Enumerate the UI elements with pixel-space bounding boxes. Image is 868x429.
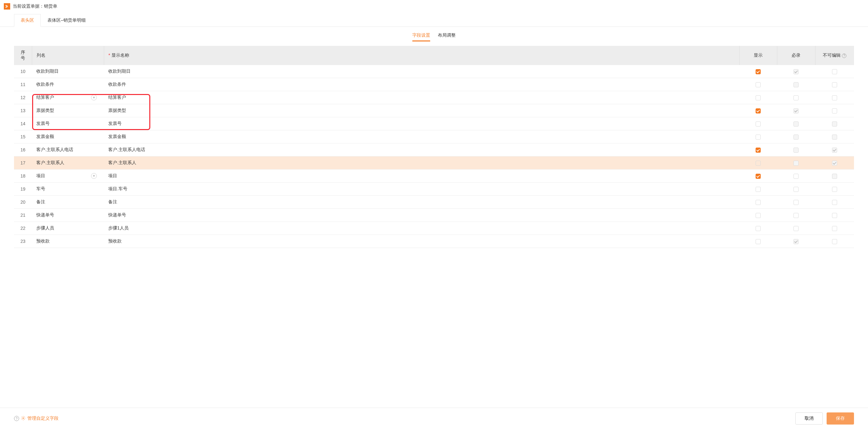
cancel-button[interactable]: 取消	[796, 412, 823, 425]
checkbox[interactable]	[832, 108, 837, 113]
checkbox[interactable]	[794, 95, 799, 101]
cell-required	[777, 170, 815, 182]
cell-seq: 13	[14, 104, 32, 117]
checkbox[interactable]	[755, 135, 761, 140]
manage-custom-fields-link[interactable]: 管理自定义字段	[27, 416, 59, 421]
add-sub-field-button[interactable]: +	[91, 173, 97, 179]
checkbox[interactable]	[832, 200, 837, 205]
col-name-text: 步骤人员	[36, 225, 54, 231]
cell-name: 收款到期日	[32, 65, 104, 78]
checkbox[interactable]	[794, 174, 799, 179]
table-row: 16客户.主联系人电话客户.主联系人电话	[14, 143, 854, 156]
checkbox[interactable]	[832, 95, 837, 101]
cell-display-name[interactable]: 预收款	[104, 235, 739, 248]
cell-required	[777, 131, 815, 143]
cell-show	[739, 91, 777, 104]
cell-display-name[interactable]: 快递单号	[104, 209, 739, 222]
checkbox[interactable]	[755, 226, 761, 231]
cell-display-name[interactable]: 客户.主联系人电话	[104, 143, 739, 156]
table-row: 14发票号发票号	[14, 117, 854, 131]
checkbox[interactable]	[832, 82, 837, 87]
cell-show	[739, 235, 777, 248]
cell-display-name[interactable]: 票据类型	[104, 104, 739, 117]
checkbox[interactable]	[794, 226, 799, 231]
cell-display-name[interactable]: 步骤1人员	[104, 222, 739, 235]
col-name-text: 收款到期日	[36, 68, 59, 74]
cell-display-name[interactable]: 结算客户	[104, 91, 739, 104]
col-name-text: 备注	[36, 199, 45, 205]
col-name-text: 发票金额	[36, 134, 54, 140]
header-seq: 序号	[14, 46, 32, 65]
cell-display-name[interactable]: 发票号	[104, 117, 739, 131]
footer: ? 管理自定义字段 取消 保存	[0, 408, 868, 429]
cell-display-name[interactable]: 项目	[104, 170, 739, 182]
main-tab-1[interactable]: 表体区–销货单明细	[41, 14, 92, 26]
checkbox[interactable]	[755, 239, 761, 244]
checkbox[interactable]	[755, 95, 761, 101]
checkbox[interactable]	[755, 161, 761, 166]
cell-seq: 17	[14, 156, 32, 170]
help-icon[interactable]: ?	[842, 54, 846, 58]
add-sub-field-button[interactable]: +	[91, 95, 97, 101]
expand-sidebar-button[interactable]	[4, 3, 10, 9]
cell-noedit	[815, 182, 854, 196]
checkbox[interactable]	[755, 82, 761, 87]
col-name-text: 快递单号	[36, 212, 54, 218]
main-tab-0[interactable]: 表头区	[14, 14, 41, 27]
save-button[interactable]: 保存	[827, 412, 854, 425]
cell-noedit	[815, 78, 854, 91]
cell-show	[739, 182, 777, 196]
header-show: 显示	[739, 46, 777, 65]
cell-display-name[interactable]: 发票金额	[104, 131, 739, 143]
cell-show	[739, 78, 777, 91]
cell-name: 预收款	[32, 235, 104, 248]
required-star-icon: *	[108, 53, 110, 58]
cell-required	[777, 209, 815, 222]
cell-display-name[interactable]: 客户.主联系人	[104, 156, 739, 170]
checkbox[interactable]	[794, 187, 799, 192]
sub-tab-1[interactable]: 布局调整	[438, 31, 456, 41]
col-name-text: 车号	[36, 186, 45, 192]
checkbox[interactable]	[755, 108, 761, 113]
col-name-text: 客户.主联系人电话	[36, 147, 73, 153]
cell-display-name[interactable]: 备注	[104, 196, 739, 209]
cell-noedit	[815, 117, 854, 131]
cell-display-name[interactable]: 收款到期日	[104, 65, 739, 78]
table-row: 10收款到期日收款到期日	[14, 65, 854, 78]
cell-noedit	[815, 170, 854, 182]
checkbox[interactable]	[832, 187, 837, 192]
cell-display-name[interactable]: 项目.车号	[104, 182, 739, 196]
cell-show	[739, 143, 777, 156]
checkbox[interactable]	[755, 187, 761, 192]
checkbox	[794, 135, 799, 140]
checkbox[interactable]	[755, 213, 761, 218]
footer-help-icon[interactable]: ?	[14, 416, 19, 421]
table-row: 21快递单号快递单号	[14, 209, 854, 222]
checkbox[interactable]	[755, 174, 761, 179]
checkbox[interactable]	[832, 69, 837, 74]
checkbox	[832, 148, 837, 153]
checkbox[interactable]	[755, 200, 761, 205]
cell-display-name[interactable]: 收款条件	[104, 78, 739, 91]
table-row: 11收款条件收款条件	[14, 78, 854, 91]
col-name-text: 票据类型	[36, 108, 54, 113]
cell-show	[739, 170, 777, 182]
cell-seq: 14	[14, 117, 32, 131]
col-name-text: 项目	[36, 173, 45, 179]
sub-tab-0[interactable]: 字段设置	[412, 31, 430, 41]
checkbox[interactable]	[832, 226, 837, 231]
col-name-text: 收款条件	[36, 82, 54, 87]
cell-required	[777, 222, 815, 235]
checkbox[interactable]	[794, 213, 799, 218]
checkbox[interactable]	[755, 69, 761, 74]
checkbox[interactable]	[832, 213, 837, 218]
checkbox[interactable]	[794, 200, 799, 205]
checkbox[interactable]	[832, 239, 837, 244]
cell-show	[739, 117, 777, 131]
cell-name: 车号	[32, 182, 104, 196]
checkbox[interactable]	[755, 148, 761, 153]
checkbox	[794, 239, 799, 244]
checkbox[interactable]	[755, 121, 761, 126]
cell-show	[739, 196, 777, 209]
cell-seq: 10	[14, 65, 32, 78]
